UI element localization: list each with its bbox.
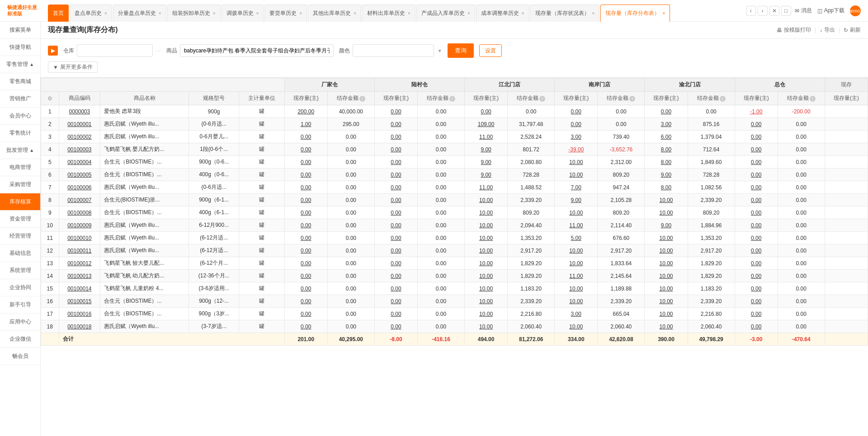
row-yb-qty[interactable]: 10.00 (645, 194, 688, 206)
row-l-qty[interactable]: 0.00 (374, 270, 417, 282)
row-total-qty[interactable]: 0.00 (735, 156, 778, 169)
row-l-qty[interactable]: 0.00 (374, 308, 417, 320)
sidebar-item-1[interactable]: 快捷导航 (0, 39, 40, 56)
row-jb-qty[interactable]: 10.00 (465, 295, 508, 308)
row-l-qty[interactable]: 0.00 (374, 143, 417, 156)
top-tab-4[interactable]: 调拨单历史× (222, 5, 264, 22)
row-f-qty[interactable]: 1.00 (284, 118, 327, 131)
top-tab-1[interactable]: 盘点单历史× (70, 5, 112, 22)
tab-close-icon[interactable]: × (467, 11, 470, 16)
row-yb-qty[interactable]: 10.00 (645, 257, 688, 270)
row-yb-qty[interactable]: 6.00 (645, 131, 688, 143)
row-l-qty[interactable]: 0.00 (374, 156, 417, 169)
row-jb-qty[interactable]: 9.00 (465, 156, 508, 169)
row-code[interactable]: 00100009 (59, 219, 100, 232)
user-avatar[interactable]: demo2 (850, 5, 861, 16)
row-na-qty[interactable]: 5.00 (555, 232, 598, 244)
query-button[interactable]: 查询 (448, 43, 474, 58)
row-code[interactable]: 00100006 (59, 181, 100, 194)
row-yb-qty[interactable]: 10.00 (645, 295, 688, 308)
row-f-qty[interactable]: 0.00 (284, 206, 327, 219)
row-l-qty[interactable]: 0.00 (374, 320, 417, 333)
row-code[interactable]: 00100004 (59, 156, 100, 169)
row-l-qty[interactable]: 0.00 (374, 105, 417, 118)
row-jb-qty[interactable]: 11.00 (465, 131, 508, 143)
row-l-qty[interactable]: 0.00 (374, 194, 417, 206)
row-jb-qty[interactable]: 9.00 (465, 169, 508, 181)
sidebar-item-5[interactable]: 会员中心 (0, 108, 40, 125)
row-total-qty[interactable]: 0.00 (735, 194, 778, 206)
row-jb-qty[interactable]: 10.00 (465, 206, 508, 219)
row-f-qty[interactable]: 0.00 (284, 257, 327, 270)
row-yb-qty[interactable]: 10.00 (645, 206, 688, 219)
tab-close-icon[interactable]: × (408, 11, 410, 16)
row-jb-qty[interactable]: 109.00 (465, 118, 508, 131)
row-jb-qty[interactable]: 10.00 (465, 219, 508, 232)
row-na-qty[interactable]: 11.00 (555, 270, 598, 282)
row-f-qty[interactable]: 0.00 (284, 219, 327, 232)
app-download-action[interactable]: ◫ App下载 (817, 7, 844, 14)
row-l-qty[interactable]: 0.00 (374, 282, 417, 295)
sidebar-item-19[interactable]: 畅会员 (0, 348, 40, 365)
tab-prev-button[interactable]: ‹ (746, 6, 756, 16)
row-total-qty[interactable]: 0.00 (735, 118, 778, 131)
row-jb-qty[interactable]: 0.00 (465, 105, 508, 118)
row-total-qty[interactable]: -1.00 (735, 105, 778, 118)
row-l-qty[interactable]: 0.00 (374, 131, 417, 143)
row-l-qty[interactable]: 0.00 (374, 244, 417, 257)
goods-input[interactable] (180, 44, 334, 57)
sidebar-item-3[interactable]: 零售商城 (0, 73, 40, 90)
row-l-qty[interactable]: 0.00 (374, 206, 417, 219)
row-total-qty[interactable]: 0.00 (735, 257, 778, 270)
row-na-qty[interactable]: 3.00 (555, 131, 598, 143)
row-yb-qty[interactable]: 10.00 (645, 282, 688, 295)
sidebar-item-14[interactable]: 系统管理 (0, 262, 40, 279)
row-total-qty[interactable]: 0.00 (735, 169, 778, 181)
row-na-qty[interactable]: 10.00 (555, 282, 598, 295)
row-jb-qty[interactable]: 9.00 (465, 143, 508, 156)
color-input[interactable] (353, 44, 434, 57)
export-button[interactable]: ↓ 导出 (820, 26, 835, 34)
top-tab-11[interactable]: 现存量（库存分布表）× (600, 5, 670, 22)
tab-close-button[interactable]: ✕ (769, 6, 779, 16)
row-na-qty[interactable]: 10.00 (555, 320, 598, 333)
message-action[interactable]: ✉ 消息 (795, 7, 812, 14)
row-jb-qty[interactable]: 10.00 (465, 320, 508, 333)
row-f-qty[interactable]: 0.00 (284, 181, 327, 194)
row-f-qty[interactable]: 0.00 (284, 320, 327, 333)
row-na-qty[interactable]: 11.00 (555, 219, 598, 232)
row-f-qty[interactable]: 0.00 (284, 143, 327, 156)
row-yb-qty[interactable]: 9.00 (645, 219, 688, 232)
row-l-qty[interactable]: 0.00 (374, 232, 417, 244)
row-f-qty[interactable]: 0.00 (284, 295, 327, 308)
row-total-qty[interactable]: 0.00 (735, 143, 778, 156)
row-total-qty[interactable]: 0.00 (735, 295, 778, 308)
row-na-qty[interactable]: 10.00 (555, 295, 598, 308)
tab-close-icon[interactable]: × (256, 11, 259, 16)
row-jb-qty[interactable]: 10.00 (465, 194, 508, 206)
row-jb-qty[interactable]: 10.00 (465, 308, 508, 320)
row-f-qty[interactable]: 0.00 (284, 308, 327, 320)
row-yb-qty[interactable]: 10.00 (645, 232, 688, 244)
row-code[interactable]: 00100005 (59, 169, 100, 181)
row-na-qty[interactable]: 10.00 (555, 169, 598, 181)
row-code[interactable]: 0000003 (59, 105, 100, 118)
row-f-qty[interactable]: 0.00 (284, 270, 327, 282)
tab-close-icon[interactable]: × (354, 11, 356, 16)
row-yb-qty[interactable]: 10.00 (645, 270, 688, 282)
row-l-qty[interactable]: 0.00 (374, 169, 417, 181)
row-jb-qty[interactable]: 10.00 (465, 244, 508, 257)
row-total-qty[interactable]: 0.00 (735, 244, 778, 257)
row-f-qty[interactable]: 0.00 (284, 156, 327, 169)
top-tab-8[interactable]: 产成品入库单历史× (416, 5, 475, 22)
sidebar-item-13[interactable]: 基础信息 (0, 245, 40, 262)
row-code[interactable]: 00100018 (59, 320, 100, 333)
row-na-qty[interactable]: 3.00 (555, 308, 598, 320)
top-tab-5[interactable]: 要货单历史× (264, 5, 307, 22)
row-code[interactable]: 00100013 (59, 270, 100, 282)
sidebar-item-16[interactable]: 新手引导 (0, 296, 40, 314)
sidebar-item-9[interactable]: 采购管理 (0, 176, 40, 193)
row-yb-qty[interactable]: 8.00 (645, 181, 688, 194)
row-f-qty[interactable]: 0.00 (284, 169, 327, 181)
tab-close-icon[interactable]: × (592, 11, 595, 16)
